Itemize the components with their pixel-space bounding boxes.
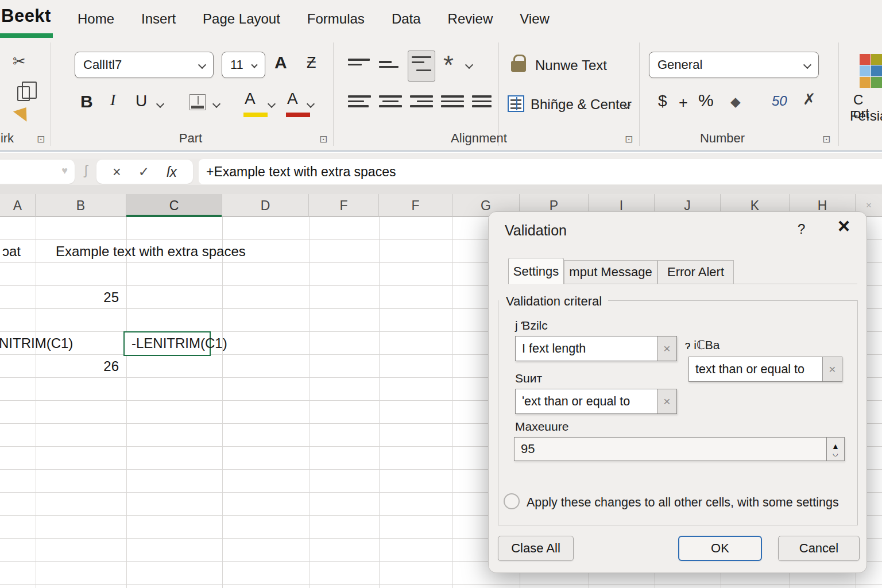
currency-icon[interactable]: $ — [658, 93, 667, 109]
dropdown-clear-icon[interactable]: × — [657, 336, 676, 361]
column-header-a[interactable]: A — [0, 194, 36, 217]
diamond-icon[interactable]: ◆ — [730, 95, 741, 109]
grow-font-icon[interactable]: A — [274, 54, 287, 71]
cell-b4: 25 — [36, 286, 123, 309]
font-group-label: Part — [170, 131, 211, 146]
copy-icon[interactable] — [17, 86, 30, 101]
increase-decimal-icon[interactable]: 50 — [772, 94, 787, 108]
menu-tab-home[interactable]: Home — [78, 11, 114, 27]
highlight-color-icon[interactable]: A — [245, 91, 256, 107]
chevron-down-icon[interactable] — [212, 100, 220, 108]
font-launcher-icon[interactable]: ⊡ — [319, 133, 327, 145]
dropdown-clear-icon[interactable]: × — [657, 389, 676, 413]
ok-button[interactable]: OK — [678, 536, 762, 561]
top-align-icon[interactable] — [348, 59, 370, 65]
operator2-dropdown[interactable]: text than or equal to × — [688, 357, 842, 382]
header-strip — [0, 185, 882, 194]
number-format-value: General — [657, 57, 702, 72]
spinner-button[interactable]: ▲ ◡ — [826, 438, 844, 461]
menu-tab-view[interactable]: View — [520, 11, 550, 27]
align-right-icon[interactable] — [410, 95, 433, 107]
plus-icon[interactable]: + — [679, 95, 688, 111]
font-name-combo[interactable]: CallItl7 — [75, 52, 214, 78]
operator2-value: text than or equal to — [689, 357, 822, 381]
maximum-value: 95 — [514, 438, 826, 461]
tab-input-message[interactable]: mput Message — [564, 260, 657, 284]
number-launcher-icon[interactable]: ⊡ — [822, 133, 830, 145]
number-format-combo[interactable]: General — [649, 52, 819, 78]
bottom-align-icon[interactable] — [408, 51, 435, 82]
help-icon[interactable]: ? — [798, 221, 805, 237]
bold-button[interactable]: B — [80, 93, 93, 110]
clipboard-launcher-icon[interactable]: ⊡ — [37, 133, 45, 145]
apply-checkbox[interactable] — [504, 493, 520, 509]
selected-cell-c6[interactable]: -LENITRIM(C1) — [123, 331, 211, 356]
column-header-d[interactable]: D — [222, 194, 309, 217]
name-box-dropdown-icon[interactable]: ♥ — [61, 165, 68, 177]
gridline — [126, 217, 127, 588]
menu-tab-page-layout[interactable]: Page Layout — [203, 11, 280, 27]
chevron-down-icon[interactable] — [307, 100, 315, 108]
align-center-icon[interactable] — [379, 95, 402, 107]
justify-icon[interactable] — [441, 95, 464, 107]
allow-dropdown[interactable]: I fext length × — [515, 336, 677, 361]
menu-tab-formulas[interactable]: Formulas — [307, 11, 365, 27]
font-color-icon[interactable]: A — [287, 91, 298, 107]
merge-center-label[interactable]: Bhiñge & Center — [531, 98, 632, 111]
formula-input[interactable]: +Example text with extra spaces — [199, 159, 882, 184]
chevron-down-icon[interactable] — [156, 100, 164, 108]
format-painter-icon[interactable] — [13, 107, 30, 125]
operator2-label: ɂ iℂBa — [685, 338, 719, 352]
close-all-button[interactable]: Clase All — [498, 536, 574, 561]
conditional-formatting-icon[interactable] — [860, 54, 882, 88]
tab-settings[interactable]: Settings — [508, 258, 564, 284]
percent-icon[interactable]: % — [698, 92, 714, 109]
italic-button[interactable]: I — [110, 92, 115, 108]
group-divider — [333, 42, 334, 146]
spinner-down-icon: ◡ — [833, 450, 838, 457]
alignment-launcher-icon[interactable]: ⊡ — [625, 133, 633, 145]
name-box[interactable]: ♥ — [0, 160, 75, 184]
shrink-font-icon[interactable]: Ƶ — [307, 55, 316, 71]
column-header-f1[interactable]: F — [309, 194, 379, 217]
maximum-input[interactable]: 95 ▲ ◡ — [514, 437, 845, 461]
menu-tab-insert[interactable]: Insert — [141, 11, 176, 27]
tab-baseline — [564, 284, 857, 284]
criteria-section-line — [608, 300, 857, 301]
orientation-icon[interactable]: * — [443, 52, 454, 78]
cancel-button[interactable]: Cancel — [778, 536, 860, 561]
tab-error-alert[interactable]: Error Alert — [657, 260, 734, 284]
groupbox-bottom — [498, 525, 858, 525]
underline-button[interactable]: U — [136, 93, 147, 109]
borders-icon[interactable] — [189, 94, 206, 110]
spinner-up-icon: ▲ — [831, 442, 840, 450]
chevron-down-icon[interactable] — [268, 100, 276, 108]
cancel-icon[interactable]: × — [113, 164, 121, 180]
operator-dropdown[interactable]: ʹext than or equal to × — [515, 389, 677, 414]
wrap-text-label[interactable]: Nunwe Text — [535, 59, 607, 72]
chevron-down-icon[interactable] — [465, 61, 473, 69]
operator-label: Suит — [515, 372, 542, 385]
maximum-label: Maxeuure — [515, 420, 568, 434]
cell-b2: Example text with extra spaces — [56, 240, 246, 263]
column-header-f2[interactable]: F — [379, 194, 452, 217]
formula-buttons: × ✓ ſx — [96, 160, 193, 184]
wrap-text-icon[interactable] — [511, 61, 526, 72]
close-icon[interactable]: × — [838, 214, 850, 238]
indent-icon[interactable] — [472, 95, 492, 107]
gridline — [222, 217, 223, 588]
dropdown-clear-icon[interactable]: × — [822, 357, 842, 381]
cut-icon[interactable]: ✂ — [13, 54, 26, 69]
insert-function-icon[interactable]: ſx — [167, 164, 177, 180]
conditional-formatting-label-line2[interactable]: Feısia — [850, 109, 882, 123]
merge-center-icon[interactable] — [508, 95, 524, 112]
column-header-c[interactable]: C — [126, 194, 222, 217]
column-header-b[interactable]: B — [36, 194, 126, 217]
menu-tab-review[interactable]: Review — [448, 11, 493, 27]
font-size-combo[interactable]: 11 — [222, 52, 265, 78]
middle-align-icon[interactable] — [379, 61, 399, 68]
decrease-decimal-icon[interactable]: ✗ — [803, 92, 816, 107]
align-left-icon[interactable] — [348, 95, 371, 107]
menu-tab-data[interactable]: Data — [392, 11, 421, 27]
enter-icon[interactable]: ✓ — [138, 164, 149, 180]
